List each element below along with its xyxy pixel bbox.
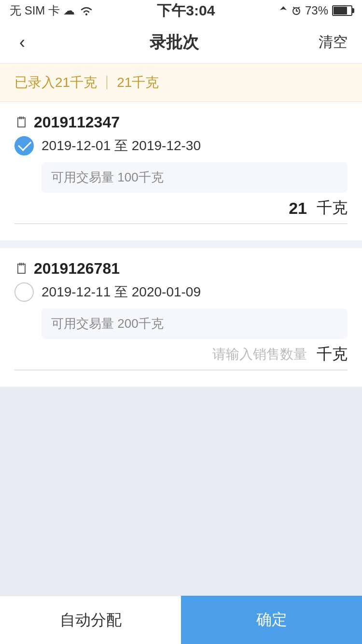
batch-id-2: 2019126781 [34,260,120,278]
location-icon [279,5,288,16]
batch-quantity-input-1[interactable] [249,199,307,218]
summary-divider [107,76,107,89]
svg-line-5 [298,7,299,8]
svg-point-0 [85,14,87,15]
alarm-icon [292,5,301,16]
status-left: 无 SIM 卡 ☁ [10,3,93,18]
confirm-button[interactable]: 确定 [181,596,362,644]
batch-doc-icon-1: 🗒 [14,114,29,131]
summary-banner: 已录入21千克 21千克 [0,64,362,102]
batch-header-2: 🗒 2019126781 [14,260,348,278]
status-right: 73% [279,4,352,17]
batch-quantity-row-2: 请输入销售数量 千克 [14,344,348,370]
batch-id-1: 2019112347 [34,113,120,131]
battery-icon [332,5,352,16]
section-divider-1 [0,240,362,248]
batch-unit-2: 千克 [317,344,348,365]
batch-radio-1[interactable] [14,136,34,155]
batch-item-2: 🗒 2019126781 2019-12-11 至 2020-01-09 可用交… [0,248,362,387]
batch-doc-icon-2: 🗒 [14,261,29,277]
batch-item-1: 🗒 2019112347 2019-12-01 至 2019-12-30 可用交… [0,102,362,240]
batch-date-row-2: 2019-12-11 至 2020-01-09 [14,282,348,302]
section-divider-2 [0,387,362,596]
batch-date-2: 2019-12-11 至 2020-01-09 [42,283,201,301]
page-title: 录批次 [150,31,199,54]
auto-distribute-button[interactable]: 自动分配 [0,596,181,644]
bottom-bar: 自动分配 确定 [0,596,362,644]
status-time: 下午3:04 [157,1,215,21]
batch-unit-1: 千克 [317,197,348,219]
back-button[interactable]: ‹ [14,28,30,57]
clear-button[interactable]: 清空 [319,32,348,52]
batch-radio-2[interactable] [14,282,34,302]
no-sim-text: 无 SIM 卡 ☁ [10,3,75,18]
wifi-icon [80,5,93,16]
batch-date-1: 2019-12-01 至 2019-12-30 [42,137,201,155]
batch-quantity-placeholder-2: 请输入销售数量 [181,345,307,364]
summary-recorded: 已录入21千克 [14,73,97,92]
nav-bar: ‹ 录批次 清空 [0,21,362,64]
batch-availability-1: 可用交易量 100千克 [42,162,348,193]
batch-quantity-row-1: 千克 [14,197,348,224]
batch-availability-2: 可用交易量 200千克 [42,308,348,339]
status-bar: 无 SIM 卡 ☁ 下午3:04 73% [0,0,362,21]
battery-percent: 73% [305,4,328,17]
batch-date-row-1: 2019-12-01 至 2019-12-30 [14,136,348,155]
summary-amount: 21千克 [117,73,159,92]
svg-line-4 [293,7,295,8]
batch-header-1: 🗒 2019112347 [14,113,348,131]
